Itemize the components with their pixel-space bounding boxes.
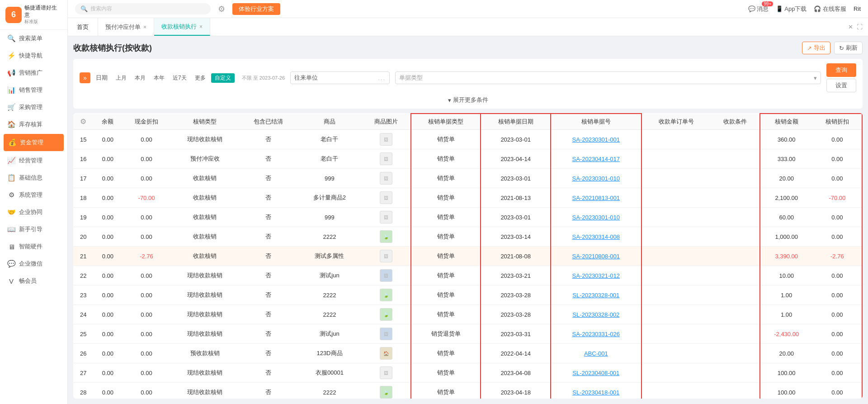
filter-this-month[interactable]: 本月: [132, 73, 148, 83]
sidebar-item-8[interactable]: 📋 基础信息: [0, 169, 67, 186]
sidebar-label-6: 资金管理: [20, 138, 43, 147]
filter-partner-field[interactable]: 往来单位 ...: [290, 71, 390, 84]
search-bar[interactable]: 🔍 搜索内容: [75, 3, 211, 14]
filter-row-expand: ▾ 展开更多条件: [80, 96, 856, 104]
sidebar-item-3[interactable]: 📊 销售管理: [0, 81, 67, 99]
sidebar-item-10[interactable]: 🤝 企业协同: [0, 204, 67, 221]
filter-this-year[interactable]: 本年: [151, 73, 167, 83]
sidebar-item-0[interactable]: 🔍 搜索菜单: [0, 30, 67, 47]
message-btn[interactable]: 💬 99+ 消息: [748, 5, 769, 13]
cell-condition: [711, 188, 760, 208]
sidebar-item-12[interactable]: 🖥 智能硬件: [0, 238, 67, 255]
sidebar-item-14[interactable]: V 畅会员: [0, 272, 67, 290]
cell-order-no: [642, 383, 711, 399]
app-logo: 6 畅捷通谱好生意 标准版: [0, 0, 67, 30]
cell-doc-type: 销货单: [411, 169, 481, 188]
filter-toggle-btn[interactable]: »: [80, 72, 90, 83]
table-row: 16 0.00 0.00 预付冲应收 否 老白干 🖼 销货单 2023-04-1…: [73, 149, 862, 169]
cell-discount: 0.00: [122, 363, 170, 383]
cell-doc-no[interactable]: SA-20230414-017: [551, 149, 642, 169]
cell-condition: [711, 247, 760, 266]
query-btn[interactable]: 查询: [826, 63, 856, 77]
cell-doc-no[interactable]: SL-20230328-002: [551, 305, 642, 324]
col-settings[interactable]: ⚙: [73, 114, 93, 130]
table-row: 15 0.00 0.00 现结收款核销 否 老白干 🖼 销货单 2023-03-…: [73, 130, 862, 149]
sidebar-item-5[interactable]: 🏠 库存核算: [0, 116, 67, 133]
cell-id: 15: [73, 130, 93, 149]
expand-conditions-btn[interactable]: ▾ 展开更多条件: [448, 96, 488, 104]
filter-last-month[interactable]: 上月: [113, 73, 129, 83]
sidebar-item-1[interactable]: ⚡ 快捷导航: [0, 47, 67, 64]
cell-condition: [711, 208, 760, 227]
tab-collection-close[interactable]: ×: [199, 24, 203, 30]
cell-doc-no[interactable]: SA-20230321-012: [551, 266, 642, 285]
filter-custom-date[interactable]: 自定义: [211, 73, 235, 83]
cell-amount: 3,390.00: [760, 247, 813, 266]
tab-home[interactable]: 首页: [68, 18, 98, 36]
cell-doc-no[interactable]: SL-20230418-001: [551, 383, 642, 399]
tab-prepay-close[interactable]: ×: [143, 24, 146, 30]
tab-collection[interactable]: 收款核销执行 ×: [154, 18, 210, 36]
topbar-search-area: 🔍 搜索内容: [75, 3, 211, 14]
tab-prepay[interactable]: 预付冲应付单 ×: [98, 18, 154, 36]
sidebar-icon-0: 🔍: [7, 34, 15, 43]
cell-doc-no[interactable]: SA-20210813-001: [551, 188, 642, 208]
cell-doc-date: 2023-03-01: [481, 130, 551, 149]
filter-7days[interactable]: 近7天: [170, 73, 189, 83]
cell-doc-no[interactable]: SA-20230301-010: [551, 208, 642, 227]
sidebar-label-5: 库存核算: [19, 120, 42, 128]
cell-doc-no[interactable]: SA-20230331-026: [551, 324, 642, 344]
cell-write-off-discount: 0.00: [813, 285, 862, 305]
filter-doctype-select[interactable]: 单据类型 ▾: [395, 71, 821, 84]
sidebar-item-7[interactable]: 📈 经营管理: [0, 152, 67, 169]
cell-settled: 否: [239, 285, 297, 305]
cell-doc-no[interactable]: SA-20230301-010: [551, 169, 642, 188]
cell-write-off-discount: -2.76: [813, 247, 862, 266]
main-content: 🔍 搜索内容 ⚙ 体验行业方案 💬 99+ 消息 📱 App下载 🎧 在线客服 …: [68, 0, 868, 404]
cell-product-img: 🖼: [362, 266, 411, 285]
cell-order-no: [642, 305, 711, 324]
cell-doc-no[interactable]: SA-20210808-001: [551, 247, 642, 266]
sidebar-item-4[interactable]: 🛒 采购管理: [0, 99, 67, 116]
cell-doc-date: 2023-04-18: [481, 383, 551, 399]
industry-btn[interactable]: 体验行业方案: [232, 3, 280, 15]
cell-condition: [711, 324, 760, 344]
cell-write-off-discount: 0.00: [813, 266, 862, 285]
cell-doc-date: 2023-03-01: [481, 208, 551, 227]
sidebar-item-6[interactable]: 💰 资金管理: [4, 134, 64, 151]
refresh-btn[interactable]: ↻ 刷新: [834, 42, 863, 54]
cell-doc-no[interactable]: SA-20230301-001: [551, 130, 642, 149]
cell-doc-date: 2022-04-14: [481, 344, 551, 363]
tab-expand-icon[interactable]: ⛶: [857, 24, 863, 30]
cell-doc-no[interactable]: ABC-001: [551, 344, 642, 363]
cell-amount: 10.00: [760, 266, 813, 285]
col-write-off-type: 核销类型: [171, 114, 239, 130]
cell-condition: [711, 285, 760, 305]
cell-doc-no[interactable]: SA-20230314-008: [551, 227, 642, 247]
cell-doc-no[interactable]: SL-20230328-001: [551, 285, 642, 305]
sidebar-label-13: 企业微信: [19, 260, 42, 268]
sidebar-item-2[interactable]: 📢 营销推广: [0, 64, 67, 81]
cell-product-img: 🖼: [362, 247, 411, 266]
sidebar-item-9[interactable]: ⚙ 系统管理: [0, 186, 67, 204]
sidebar-item-11[interactable]: 📖 新手引导: [0, 221, 67, 238]
cell-doc-no[interactable]: SL-20230408-001: [551, 363, 642, 383]
cell-id: 18: [73, 188, 93, 208]
app-download-btn[interactable]: 📱 App下载: [776, 5, 807, 13]
online-service-btn[interactable]: 🎧 在线客服: [814, 5, 846, 13]
cell-balance: 0.00: [93, 285, 122, 305]
user-info[interactable]: Rit: [854, 5, 861, 12]
table-scroll-area[interactable]: ⚙ 余额 现金折扣 核销类型 包含已结清 商品 商品图片 核销单据类型 核销单据…: [73, 113, 863, 399]
cell-product: 2222: [297, 227, 361, 247]
tab-close-all-icon[interactable]: ✕: [848, 24, 853, 30]
sidebar-item-13[interactable]: 💬 企业微信: [0, 255, 67, 272]
filter-settings-btn[interactable]: 设置: [826, 79, 856, 92]
cell-condition: [711, 344, 760, 363]
export-btn[interactable]: ↗ 导出: [802, 42, 830, 54]
topbar-settings-icon[interactable]: ⚙: [218, 4, 225, 14]
cell-discount: 0.00: [122, 149, 170, 169]
filter-more-date[interactable]: 更多: [192, 73, 208, 83]
cell-discount: 0.00: [122, 208, 170, 227]
cell-doc-date: 2023-04-14: [481, 149, 551, 169]
cell-id: 23: [73, 285, 93, 305]
